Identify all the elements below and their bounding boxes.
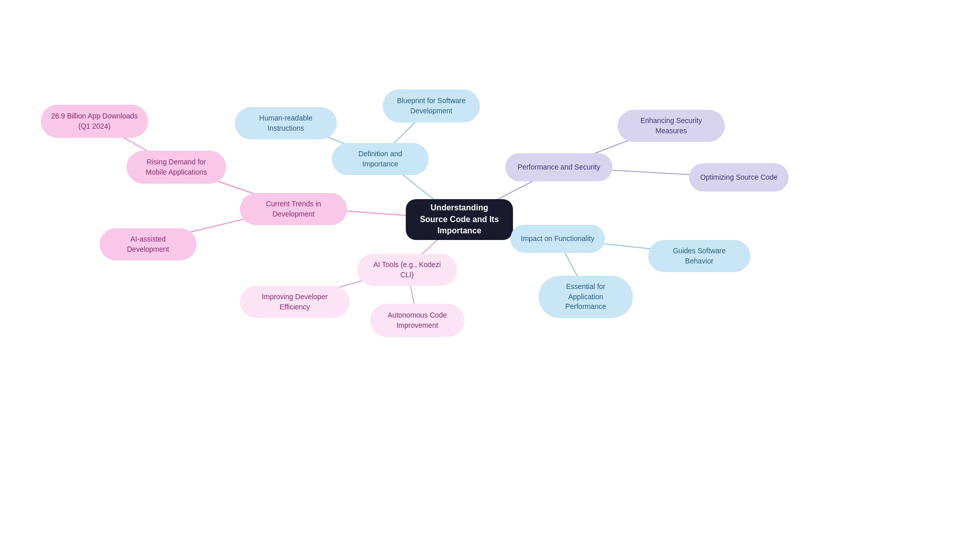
center-node[interactable]: Understanding Source Code and Its Import… [406, 199, 513, 240]
node-ai-tools[interactable]: AI Tools (e.g., Kodezi CLI) [357, 254, 457, 286]
node-current-trends[interactable]: Current Trends in Development [240, 193, 347, 225]
node-enhancing-security[interactable]: Enhancing Security Measures [618, 110, 725, 142]
node-guides[interactable]: Guides Software Behavior [648, 240, 750, 272]
node-optimizing[interactable]: Optimizing Source Code [689, 163, 789, 191]
node-app-downloads[interactable]: 26.9 Billion App Downloads (Q1 2024) [41, 105, 148, 138]
node-human-readable[interactable]: Human-readable Instructions [235, 107, 337, 139]
node-essential[interactable]: Essential for Application Performance [538, 276, 633, 318]
node-impact[interactable]: Impact on Functionality [510, 225, 605, 253]
node-autonomous[interactable]: Autonomous Code Improvement [370, 304, 464, 337]
node-rising-demand[interactable]: Rising Demand for Mobile Applications [127, 151, 226, 184]
node-performance-security[interactable]: Performance and Security [505, 153, 612, 181]
node-definition[interactable]: Definition and Importance [332, 143, 429, 175]
node-blueprint[interactable]: Blueprint for Software Development [383, 89, 480, 123]
connections-svg [0, 0, 980, 553]
mindmap-container: Understanding Source Code and Its Import… [0, 0, 980, 553]
node-ai-assisted[interactable]: AI-assisted Development [100, 228, 197, 260]
node-improving[interactable]: Improving Developer Efficiency [240, 286, 350, 318]
